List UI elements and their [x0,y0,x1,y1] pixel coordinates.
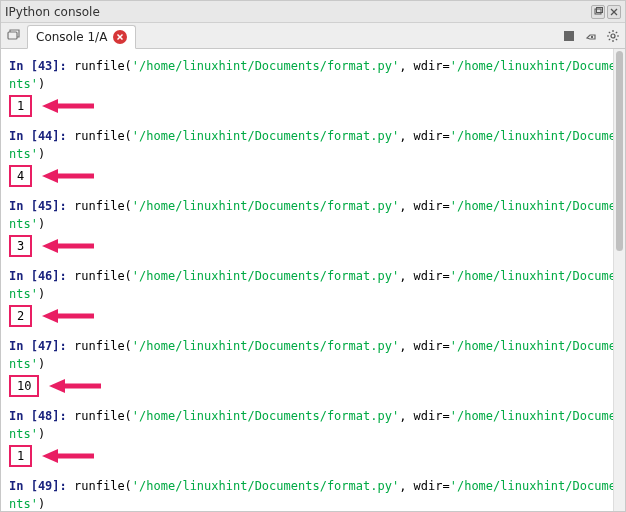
code-sep: , wdir= [399,59,450,73]
tab-close-icon[interactable] [113,30,127,44]
tab-label: Console 1/A [36,30,107,44]
in-prompt: In [49]: [9,479,67,493]
code-close: ) [38,287,45,301]
tabbar-left-tools [1,22,27,48]
window-close-icon[interactable] [607,5,621,19]
svg-rect-0 [595,9,601,14]
code-filepath: '/home/linuxhint/Documents/format.py' [132,409,399,423]
svg-rect-4 [8,32,17,39]
code-func: runfile( [74,339,132,353]
svg-line-18 [609,39,610,40]
output-value-box: 3 [9,235,32,257]
svg-marker-28 [49,379,65,393]
svg-marker-22 [42,169,58,183]
input-line: In [43]: runfile('/home/linuxhint/Docume… [9,57,621,93]
output-value-box: 1 [9,95,32,117]
code-sep: , wdir= [399,479,450,493]
code-func: runfile( [74,479,132,493]
console-entry: In [44]: runfile('/home/linuxhint/Docume… [9,127,621,187]
svg-marker-30 [42,449,58,463]
code-func: runfile( [74,269,132,283]
code-func: runfile( [74,59,132,73]
code-filepath: '/home/linuxhint/Documents/format.py' [132,59,399,73]
input-line: In [46]: runfile('/home/linuxhint/Docume… [9,267,621,303]
input-line: In [48]: runfile('/home/linuxhint/Docume… [9,407,621,443]
arrow-left-icon [42,448,94,464]
svg-rect-7 [564,31,574,41]
console-entry: In [49]: runfile('/home/linuxhint/Docume… [9,477,621,511]
code-filepath: '/home/linuxhint/Documents/format.py' [132,479,399,493]
tabbar-right-tools [561,23,621,49]
code-sep: , wdir= [399,129,450,143]
svg-marker-24 [42,239,58,253]
scrollbar[interactable] [613,49,625,511]
console-entry: In [45]: runfile('/home/linuxhint/Docume… [9,197,621,257]
arrow-left-icon [42,98,94,114]
stop-icon[interactable] [561,28,577,44]
code-filepath: '/home/linuxhint/Documents/format.py' [132,199,399,213]
console-entry: In [47]: runfile('/home/linuxhint/Docume… [9,337,621,397]
arrow-left-icon [42,308,94,324]
input-line: In [45]: runfile('/home/linuxhint/Docume… [9,197,621,233]
in-prompt: In [46]: [9,269,67,283]
svg-line-17 [616,32,617,33]
code-filepath: '/home/linuxhint/Documents/format.py' [132,129,399,143]
code-close: ) [38,427,45,441]
arrow-left-icon [49,378,101,394]
svg-line-16 [616,39,617,40]
svg-point-10 [611,34,615,38]
output-row: 2 [9,305,621,327]
code-close: ) [38,357,45,371]
in-prompt: In [45]: [9,199,67,213]
input-line: In [44]: runfile('/home/linuxhint/Docume… [9,127,621,163]
arrow-left-icon [42,168,94,184]
window-restore-icon[interactable] [591,5,605,19]
output-row: 4 [9,165,621,187]
console-area[interactable]: In [43]: runfile('/home/linuxhint/Docume… [1,49,625,511]
output-row: 10 [9,375,621,397]
output-value-box: 4 [9,165,32,187]
titlebar: IPython console [1,1,625,23]
output-row: 1 [9,445,621,467]
output-value-box: 1 [9,445,32,467]
svg-marker-26 [42,309,58,323]
in-prompt: In [43]: [9,59,67,73]
console-entry: In [46]: runfile('/home/linuxhint/Docume… [9,267,621,327]
svg-line-15 [609,32,610,33]
input-line: In [47]: runfile('/home/linuxhint/Docume… [9,337,621,373]
in-prompt: In [47]: [9,339,67,353]
clear-icon[interactable] [583,28,599,44]
console-entry: In [48]: runfile('/home/linuxhint/Docume… [9,407,621,467]
code-close: ) [38,497,45,511]
code-func: runfile( [74,409,132,423]
tabbar: Console 1/A [1,23,625,49]
scrollbar-thumb[interactable] [616,51,623,251]
code-filepath: '/home/linuxhint/Documents/format.py' [132,339,399,353]
code-sep: , wdir= [399,199,450,213]
code-close: ) [38,147,45,161]
svg-rect-1 [596,8,602,13]
output-row: 1 [9,95,621,117]
browse-tabs-icon[interactable] [5,26,23,44]
code-filepath: '/home/linuxhint/Documents/format.py' [132,269,399,283]
output-value-box: 2 [9,305,32,327]
window-title: IPython console [5,5,589,19]
tab-console[interactable]: Console 1/A [27,25,136,49]
code-func: runfile( [74,199,132,213]
code-sep: , wdir= [399,269,450,283]
code-func: runfile( [74,129,132,143]
input-line: In [49]: runfile('/home/linuxhint/Docume… [9,477,621,511]
arrow-left-icon [42,238,94,254]
output-value-box: 10 [9,375,39,397]
output-row: 3 [9,235,621,257]
svg-marker-20 [42,99,58,113]
console-entry: In [43]: runfile('/home/linuxhint/Docume… [9,57,621,117]
in-prompt: In [44]: [9,129,67,143]
code-close: ) [38,77,45,91]
code-sep: , wdir= [399,339,450,353]
code-close: ) [38,217,45,231]
in-prompt: In [48]: [9,409,67,423]
code-sep: , wdir= [399,409,450,423]
gear-icon[interactable] [605,28,621,44]
